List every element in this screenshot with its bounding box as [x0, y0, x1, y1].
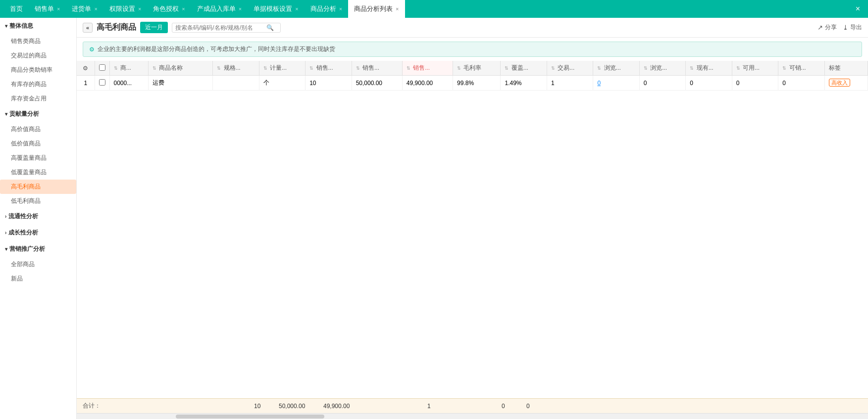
cell-current-stock: 0: [686, 76, 732, 91]
col-name[interactable]: ⇅ 商品名称: [148, 61, 213, 76]
footer-sales-cost: 49,900.00: [319, 403, 364, 410]
nav-role-auth[interactable]: 角色授权 ×: [147, 0, 191, 18]
col-available[interactable]: ⇅ 可用...: [732, 61, 778, 76]
close-icon[interactable]: ×: [57, 6, 60, 12]
footer-empty-3: [196, 403, 225, 410]
filter-recent-month-button[interactable]: 近一月: [140, 22, 168, 33]
col-browse2[interactable]: ⇅ 浏览...: [639, 61, 685, 76]
footer-empty-7: [448, 403, 473, 410]
footer-current-stock: 0: [498, 403, 522, 410]
sidebar-item-low-margin[interactable]: 低毛利商品: [0, 194, 76, 208]
sidebar-item-high-margin[interactable]: 高毛利商品: [0, 180, 76, 194]
close-icon[interactable]: ×: [295, 6, 298, 12]
col-code[interactable]: ⇅ 商...: [109, 61, 148, 76]
footer-cells: 10 50,000.00 49,900.00 1 0 0: [116, 403, 862, 410]
sidebar-collapse-button[interactable]: «: [83, 23, 93, 33]
data-table: ⚙ ⇅ 商... ⇅ 商品名称: [77, 61, 868, 91]
sidebar-item-sales-goods[interactable]: 销售类商品: [0, 34, 76, 48]
col-sales-cost[interactable]: ⇅ 销售...: [402, 61, 453, 76]
sidebar-item-low-coverage[interactable]: 低覆盖量商品: [0, 165, 76, 180]
sidebar-section-growth[interactable]: › 成长性分析: [0, 225, 76, 241]
sidebar-item-low-value[interactable]: 低价值商品: [0, 137, 76, 151]
col-sales-amount[interactable]: ⇅ 销售...: [352, 61, 402, 76]
close-icon[interactable]: ×: [138, 6, 141, 12]
nav-home[interactable]: 首页: [4, 0, 29, 18]
col-coverage[interactable]: ⇅ 覆盖...: [501, 61, 547, 76]
nav-sales-order[interactable]: 销售单 ×: [29, 0, 66, 18]
alert-text: 企业的主要的利润都是这部分商品创造的，可考虑加大推广，同时关注库存是不要出现缺货: [98, 45, 335, 53]
sidebar-item-category-rate[interactable]: 商品分类助销率: [0, 63, 76, 77]
col-sales-qty[interactable]: ⇅ 销售...: [306, 61, 352, 76]
cell-browse1[interactable]: 0: [593, 76, 639, 91]
scrollbar-thumb[interactable]: [176, 415, 324, 419]
select-all-checkbox[interactable]: [99, 64, 105, 71]
close-icon[interactable]: ×: [94, 6, 97, 12]
close-icon[interactable]: ×: [396, 6, 399, 12]
nav-purchase-order[interactable]: 进货单 ×: [66, 0, 103, 18]
data-table-wrapper: ⚙ ⇅ 商... ⇅ 商品名称: [77, 61, 868, 398]
sidebar-item-stock-capital[interactable]: 库存资金占用: [0, 92, 76, 106]
col-checkbox[interactable]: [95, 61, 109, 76]
content-area: « 高毛利商品 近一月 🔍 ↗ 分享 ⤓ 导出 ⚙ 企业的主要的利润都是这部: [77, 18, 868, 419]
nav-product-storage[interactable]: 产成品入库单 ×: [191, 0, 248, 18]
cell-name: 运费: [148, 76, 213, 91]
page-title: 高毛利商品: [97, 22, 136, 33]
cell-transaction: 1: [547, 76, 593, 91]
col-unit[interactable]: ⇅ 计量...: [259, 61, 305, 76]
close-icon[interactable]: ×: [339, 6, 342, 12]
nav-product-analysis[interactable]: 商品分析 ×: [305, 0, 348, 18]
sidebar-section-contribution[interactable]: ▾ 贡献量分析: [0, 106, 76, 122]
sidebar-item-in-stock[interactable]: 有库存的商品: [0, 77, 76, 92]
footer-empty-1: [116, 403, 156, 410]
row-checkbox[interactable]: [99, 79, 105, 86]
close-icon[interactable]: ×: [239, 6, 242, 12]
footer-empty-5: [364, 403, 394, 410]
cell-sales-qty: 10: [306, 76, 352, 91]
nav-permissions[interactable]: 权限设置 ×: [103, 0, 147, 18]
cell-unit: 个: [259, 76, 305, 91]
footer-transaction: 1: [423, 403, 448, 410]
export-button[interactable]: ⤓ 导出: [843, 23, 862, 32]
col-sellable[interactable]: ⇅ 可销...: [778, 61, 824, 76]
search-input[interactable]: [175, 24, 264, 31]
col-browse1[interactable]: ⇅ 浏览...: [593, 61, 639, 76]
share-button[interactable]: ↗ 分享: [817, 23, 837, 32]
sidebar-section-marketing[interactable]: ▾ 营销推广分析: [0, 241, 76, 257]
footer-empty-2: [156, 403, 196, 410]
sidebar: ▾ 整体信息 销售类商品 交易过的商品 商品分类助销率 有库存的商品 库存资金占…: [0, 18, 77, 419]
window-close-button[interactable]: ×: [852, 4, 864, 13]
settings-icon[interactable]: ⚙: [83, 65, 88, 72]
cell-checkbox[interactable]: [95, 76, 109, 91]
col-settings[interactable]: ⚙: [77, 61, 95, 76]
sidebar-item-all-goods[interactable]: 全部商品: [0, 257, 76, 272]
sidebar-item-high-value[interactable]: 高价值商品: [0, 122, 76, 137]
collapse-arrow-icon: ▾: [5, 23, 7, 29]
cell-sellable: 0: [778, 76, 824, 91]
collapse-arrow-icon: ▾: [5, 246, 7, 252]
col-spec[interactable]: ⇅ 规格...: [213, 61, 259, 76]
alert-bar: ⚙ 企业的主要的利润都是这部分商品创造的，可考虑加大推广，同时关注库存是不要出现…: [83, 42, 862, 57]
collapse-arrow-icon: ▾: [5, 111, 7, 117]
sidebar-item-high-coverage[interactable]: 高覆盖量商品: [0, 151, 76, 165]
sidebar-item-traded-goods[interactable]: 交易过的商品: [0, 48, 76, 63]
sidebar-section-liquidity[interactable]: › 流通性分析: [0, 208, 76, 225]
sidebar-item-new-products[interactable]: 新品: [0, 272, 76, 286]
col-transaction[interactable]: ⇅ 交易...: [547, 61, 593, 76]
header-actions: ↗ 分享 ⤓ 导出: [817, 23, 862, 32]
search-box: 🔍: [172, 23, 281, 33]
alert-icon: ⚙: [89, 46, 95, 53]
close-icon[interactable]: ×: [182, 6, 185, 12]
col-current-stock[interactable]: ⇅ 现有...: [686, 61, 732, 76]
footer-sales-qty: 10: [250, 403, 275, 410]
col-tag[interactable]: 标签: [824, 61, 868, 76]
horizontal-scrollbar[interactable]: [77, 413, 868, 419]
footer-empty-4: [225, 403, 250, 410]
search-icon[interactable]: 🔍: [266, 24, 274, 31]
nav-template-settings[interactable]: 单据模板设置 ×: [248, 0, 304, 18]
sidebar-section-overall[interactable]: ▾ 整体信息: [0, 18, 76, 34]
col-gross-margin[interactable]: ⇅ 毛利率: [453, 61, 501, 76]
table-row: 1 0000... 运费 个 10 50,000.00 49,900.00 99…: [77, 76, 868, 91]
cell-sales-cost: 49,900.00: [402, 76, 453, 91]
cell-index: 1: [77, 76, 95, 91]
nav-product-analysis-list[interactable]: 商品分析列表 ×: [348, 0, 405, 18]
